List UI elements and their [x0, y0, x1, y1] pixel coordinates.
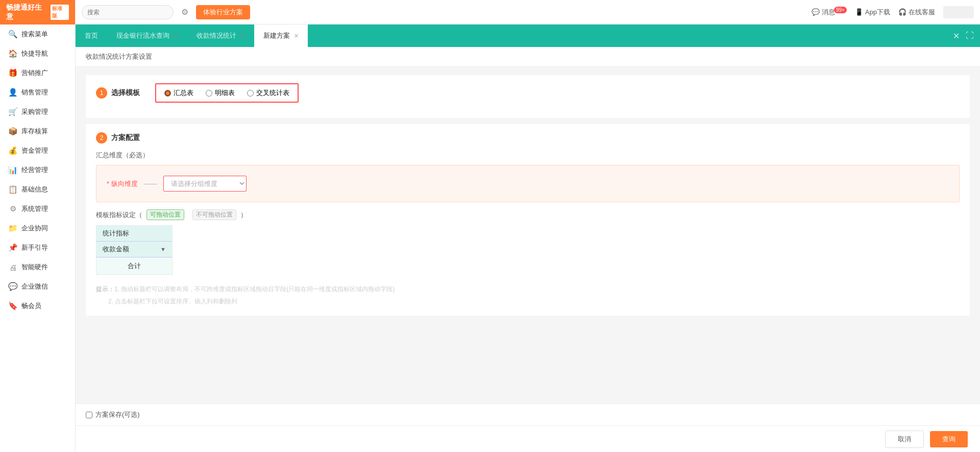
sidebar-item-search[interactable]: 🔍 搜索菜单	[0, 25, 75, 44]
chevron-down-icon[interactable]: ▼	[160, 246, 166, 252]
radio-detail[interactable]	[206, 90, 212, 97]
pin-icon: 📌	[8, 243, 17, 252]
logo-text: 畅捷通好生意	[6, 3, 48, 21]
download-label: App下载	[865, 8, 890, 17]
home-icon: 🏠	[8, 49, 17, 58]
sidebar-item-sales[interactable]: 👤 销售管理	[0, 83, 75, 102]
service-label: 在线客服	[909, 8, 935, 17]
maximize-icon[interactable]: ⛶	[966, 31, 974, 40]
user-avatar[interactable]	[943, 6, 974, 18]
sidebar-label: 搜索菜单	[21, 30, 48, 39]
tab-cash-flow[interactable]: 现金银行流水查询 ✕	[107, 25, 187, 47]
step2-circle: 2	[96, 132, 107, 144]
close-tab-icon[interactable]: ✕	[174, 33, 178, 39]
download-action[interactable]: 📱 App下载	[855, 8, 890, 17]
save-checkbox[interactable]	[86, 412, 92, 418]
sidebar-item-inventory[interactable]: 📦 库存核算	[0, 122, 75, 141]
option-label: 交叉统计表	[256, 88, 289, 98]
close-tab-icon[interactable]: ✕	[240, 33, 245, 39]
non-draggable-badge: 不可拖动位置	[192, 209, 236, 220]
save-checkbox-label[interactable]: 方案保存(可选)	[86, 410, 970, 419]
step2-title: 方案配置	[111, 133, 140, 142]
tab-new-plan[interactable]: 新建方案 ✕	[254, 25, 308, 47]
tab-label: 新建方案	[263, 31, 290, 40]
tab-label: 现金银行流水查询	[116, 31, 169, 40]
search-input[interactable]	[82, 5, 174, 19]
sidebar-label: 经营管理	[21, 165, 48, 175]
sidebar-item-hardware[interactable]: 🖨 智能硬件	[0, 257, 75, 277]
dimension-select[interactable]: 请选择分组维度	[163, 176, 247, 192]
sidebar-item-guide[interactable]: 📌 新手引导	[0, 238, 75, 257]
close-tab-icon[interactable]: ✕	[294, 33, 299, 39]
footer-bar: 取消 查询	[76, 425, 980, 452]
sidebar-label: 资金管理	[21, 146, 48, 155]
sidebar-item-member[interactable]: 🔖 畅会员	[0, 296, 75, 316]
sidebar-item-marketing[interactable]: 🎁 营销推广	[0, 63, 75, 83]
indicator-name-row[interactable]: 收款金额 ▼	[96, 242, 172, 257]
message-icon: 💬	[812, 8, 820, 16]
header-left: ⚙ 体验行业方案	[82, 5, 250, 19]
tab-receipts[interactable]: 收款情况统计 ✕	[187, 25, 254, 47]
save-label: 方案保存(可选)	[95, 410, 140, 419]
content-area: 收款情况统计方案设置 1 选择模板 汇总表	[76, 47, 980, 425]
sidebar-item-management[interactable]: 📊 经营管理	[0, 160, 75, 180]
page-title: 收款情况统计方案设置	[76, 47, 980, 67]
sidebar-label: 智能硬件	[21, 263, 48, 272]
dimension-row: * 纵向维度 —— 请选择分组维度	[107, 176, 949, 192]
sidebar-item-system[interactable]: ⚙ 系统管理	[0, 199, 75, 219]
form-body: 1 选择模板 汇总表 明细表	[76, 67, 980, 403]
search-icon: 🔍	[8, 30, 17, 39]
option-label: 汇总表	[174, 88, 193, 98]
sidebar-label: 新手引导	[21, 243, 48, 252]
sidebar-item-finance[interactable]: 💰 资金管理	[0, 141, 75, 160]
sidebar-label: 库存核算	[21, 127, 48, 136]
gear-icon[interactable]: ⚙	[178, 5, 192, 19]
message-action[interactable]: 💬 消息 99+	[812, 8, 847, 17]
user-icon: 👤	[8, 88, 17, 97]
service-action[interactable]: 🎧 在线客服	[898, 8, 935, 17]
option-cross[interactable]: 交叉统计表	[247, 88, 289, 98]
sidebar-label: 快捷导航	[21, 49, 48, 58]
top-header: ⚙ 体验行业方案 💬 消息 99+ 📱 App下载 🎧 在线客服	[76, 0, 980, 25]
query-button[interactable]: 查询	[930, 431, 968, 447]
printer-icon: 🖨	[8, 263, 17, 272]
cancel-button[interactable]: 取消	[885, 431, 924, 448]
sidebar-label: 营销推广	[21, 68, 48, 78]
vertical-label: * 纵向维度	[107, 179, 138, 188]
folder-icon: 📁	[8, 224, 17, 233]
close-window-icon[interactable]: ✕	[953, 31, 960, 41]
sidebar-item-home[interactable]: 🏠 快捷导航	[0, 44, 75, 63]
tab-bar-end: ✕ ⛶	[947, 31, 980, 41]
step1-header: 1 选择模板 汇总表 明细表	[96, 83, 960, 103]
step2-header: 2 方案配置	[96, 132, 960, 144]
logo-badge: 标准版	[51, 5, 69, 20]
chat-icon: 💬	[8, 282, 17, 291]
tip-2: 2. 点击标题栏下拉可设置排序、插入列和删除列	[96, 295, 960, 307]
message-badge: 99+	[834, 7, 847, 13]
step2-section: 2 方案配置 汇总维度（必选） * 纵向维度 —— 请选择分组维度 模板	[86, 124, 970, 316]
draggable-badge: 可拖动位置	[146, 209, 184, 220]
dimension-area: * 纵向维度 —— 请选择分组维度	[96, 165, 960, 202]
sidebar-item-wechat[interactable]: 💬 企业微信	[0, 277, 75, 296]
save-bar: 方案保存(可选)	[76, 403, 980, 425]
sidebar-label: 基础信息	[21, 185, 48, 194]
box-icon: 📦	[8, 127, 17, 136]
cart-icon: 🛒	[8, 107, 17, 116]
header-right: 💬 消息 99+ 📱 App下载 🎧 在线客服	[812, 6, 974, 18]
sidebar-item-purchase[interactable]: 🛒 采购管理	[0, 102, 75, 122]
settings-icon: ⚙	[8, 204, 17, 213]
download-icon: 📱	[855, 8, 863, 16]
sidebar-item-enterprise[interactable]: 📁 企业协同	[0, 219, 75, 238]
arrow-icon: ——	[144, 180, 157, 187]
sidebar-item-basic[interactable]: 📋 基础信息	[0, 180, 75, 199]
option-summary[interactable]: 汇总表	[164, 88, 193, 98]
list-icon: 📋	[8, 185, 17, 194]
option-detail[interactable]: 明细表	[206, 88, 235, 98]
sidebar-label: 销售管理	[21, 88, 48, 97]
sidebar-label: 企业协同	[21, 224, 48, 233]
tab-home[interactable]: 首页	[76, 25, 107, 47]
trial-button[interactable]: 体验行业方案	[196, 5, 250, 19]
radio-summary[interactable]	[164, 90, 171, 97]
summary-dimension-label: 汇总维度（必选）	[96, 151, 960, 160]
radio-cross[interactable]	[247, 90, 254, 97]
